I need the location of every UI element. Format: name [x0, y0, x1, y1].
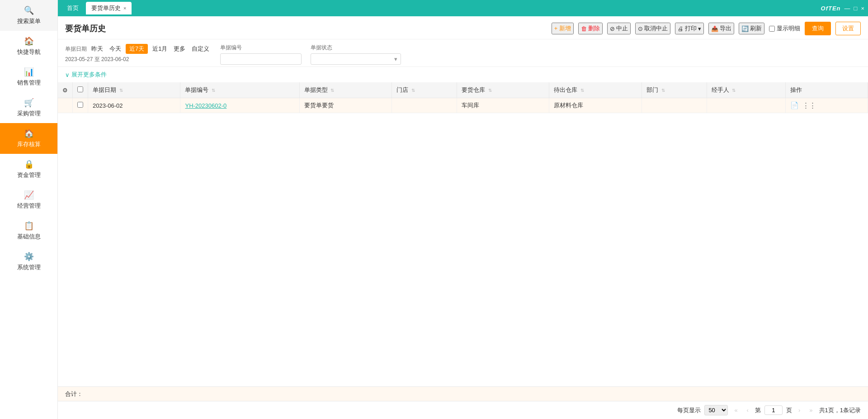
cell-pending-warehouse: 原材料仓库 — [549, 98, 642, 113]
table-body: 2023-06-02 YH-20230602-0 要货单要货 车间库 — [58, 98, 868, 113]
date-shortcut-yesterday[interactable]: 昨天 — [90, 44, 105, 54]
header-actions: + 新增 🗑 删除 ⊘ 中止 ⊙ 取消中止 🖨 打印 ▾ — [552, 22, 861, 35]
sort-store-icon: ⇅ — [411, 88, 415, 93]
cell-store — [392, 98, 457, 113]
page-unit: 页 — [786, 406, 792, 414]
more-icon[interactable]: ⋮⋮ — [802, 101, 816, 110]
date-filter-group: 单据日期 昨天 今天 近7天 近1月 更多 自定义 2023-05-27 至 2… — [65, 44, 211, 63]
delete-button[interactable]: 🗑 删除 — [578, 23, 603, 34]
tab-close-icon[interactable]: × — [123, 5, 126, 11]
th-req-warehouse[interactable]: 要货仓库 ⇅ — [457, 82, 549, 98]
export-icon: 📤 — [711, 25, 718, 32]
order-no-label: 单据编号 — [220, 44, 302, 52]
sidebar-item-system[interactable]: ⚙️ 系统管理 — [0, 246, 57, 277]
th-pending-warehouse[interactable]: 待出仓库 ⇅ — [549, 82, 642, 98]
th-department[interactable]: 部门 ⇅ — [642, 82, 707, 98]
sort-orderno-icon: ⇅ — [212, 88, 215, 93]
th-store[interactable]: 门店 ⇅ — [392, 82, 457, 98]
sidebar-item-operations[interactable]: 📈 经营管理 — [0, 185, 57, 215]
cancel-stop-button[interactable]: ⊙ 取消中止 — [635, 23, 670, 34]
refresh-button[interactable]: 🔄 刷新 — [739, 23, 764, 34]
row-checkbox[interactable] — [77, 102, 83, 108]
print-button[interactable]: 🖨 打印 ▾ — [675, 23, 704, 34]
prev-page-button[interactable]: ‹ — [744, 406, 751, 414]
date-shortcut-1month[interactable]: 近1月 — [151, 44, 169, 54]
sidebar-item-basic-info[interactable]: 📋 基础信息 — [0, 215, 57, 246]
date-shortcut-more[interactable]: 更多 — [172, 44, 187, 54]
new-button[interactable]: + 新增 — [552, 23, 574, 34]
operations-icon: 📈 — [24, 190, 34, 200]
pagination: 每页显示 10 20 50 100 « ‹ 第 页 › » 共1页，1条记录 — [58, 401, 868, 419]
date-range-row: 2023-05-27 至 2023-06-02 — [65, 56, 211, 63]
first-page-button[interactable]: « — [731, 406, 740, 414]
th-date[interactable]: 单据日期 ⇅ — [88, 82, 180, 98]
order-no-link[interactable]: YH-20230602-0 — [185, 102, 226, 109]
date-shortcut-7days[interactable]: 近7天 — [126, 44, 148, 54]
date-shortcut-today[interactable]: 今天 — [108, 44, 123, 54]
cell-handler — [707, 98, 785, 113]
query-button[interactable]: 查询 — [805, 22, 831, 35]
cell-date: 2023-06-02 — [88, 98, 180, 113]
th-handler[interactable]: 经手人 ⇅ — [707, 82, 785, 98]
date-shortcut-custom[interactable]: 自定义 — [190, 44, 211, 54]
cell-checkbox — [73, 98, 88, 113]
th-order-no[interactable]: 单据编号 ⇅ — [180, 82, 299, 98]
last-page-button[interactable]: » — [807, 406, 815, 414]
th-checkbox — [73, 82, 88, 98]
th-order-type[interactable]: 单据类型 ⇅ — [299, 82, 392, 98]
date-range-value: 2023-05-27 至 2023-06-02 — [65, 56, 129, 63]
brand-label: OfTEn — [821, 5, 841, 12]
stop-button[interactable]: ⊘ 中止 — [607, 23, 631, 34]
op-icons: 📄 ⋮⋮ — [790, 101, 863, 110]
per-page-select[interactable]: 10 20 50 100 — [704, 405, 728, 415]
page-number-input[interactable] — [764, 405, 783, 415]
print-icon: 🖨 — [678, 25, 684, 32]
tab-bar: 首页 要货单历史 × OfTEn — □ × — [58, 0, 868, 16]
sidebar-item-finance[interactable]: 🔒 资金管理 — [0, 154, 57, 185]
edit-icon[interactable]: 📄 — [790, 101, 799, 110]
page-title: 要货单历史 — [65, 23, 106, 34]
date-label-row: 单据日期 昨天 今天 近7天 近1月 更多 自定义 — [65, 44, 211, 54]
date-filter-label: 单据日期 — [65, 45, 87, 53]
expand-more-button[interactable]: ∨ 展开更多条件 — [58, 71, 868, 82]
tab-active[interactable]: 要货单历史 × — [86, 2, 132, 14]
cell-settings — [58, 98, 73, 113]
sort-pendingwarehouse-icon: ⇅ — [580, 88, 584, 93]
sidebar-item-sales[interactable]: 📊 销售管理 — [0, 62, 57, 92]
maximize-button[interactable]: □ — [854, 5, 858, 12]
content-area: 要货单历史 + 新增 🗑 删除 ⊘ 中止 ⊙ 取消中止 🖨 打印 — [58, 16, 868, 419]
next-page-button[interactable]: › — [796, 406, 803, 414]
status-select-wrap: ▾ — [311, 53, 401, 65]
order-no-filter-group: 单据编号 — [220, 44, 302, 65]
home-icon: 🏠 — [24, 36, 34, 46]
tab-home[interactable]: 首页 — [61, 2, 84, 14]
order-no-input[interactable] — [220, 53, 302, 65]
th-settings: ⚙ — [58, 82, 73, 98]
page-header: 要货单历史 + 新增 🗑 删除 ⊘ 中止 ⊙ 取消中止 🖨 打印 — [58, 16, 868, 39]
sidebar-item-inventory[interactable]: 🏠 库存核算 — [0, 123, 57, 154]
search-menu-icon: 🔍 — [24, 5, 34, 15]
table-row: 2023-06-02 YH-20230602-0 要货单要货 车间库 — [58, 98, 868, 113]
cancel-stop-icon: ⊙ — [638, 25, 643, 32]
settings-button[interactable]: 设置 — [835, 22, 861, 35]
table-header-row: ⚙ 单据日期 ⇅ 单据编号 ⇅ — [58, 82, 868, 98]
select-all-checkbox[interactable] — [77, 86, 83, 92]
filter-area: 单据日期 昨天 今天 近7天 近1月 更多 自定义 2023-05-27 至 2… — [58, 39, 868, 67]
sidebar-item-search[interactable]: 🔍 搜索菜单 — [0, 0, 57, 31]
footer-summary: 合计： — [58, 386, 868, 401]
sidebar-item-quicknav[interactable]: 🏠 快捷导航 — [0, 31, 57, 62]
sidebar-item-purchase[interactable]: 🛒 采购管理 — [0, 92, 57, 123]
stop-icon: ⊘ — [610, 25, 615, 32]
cell-req-warehouse: 车间库 — [457, 98, 549, 113]
show-detail-checkbox[interactable]: 显示明细 — [769, 24, 800, 33]
show-detail-input[interactable] — [769, 26, 775, 32]
minimize-button[interactable]: — — [844, 5, 850, 12]
goto-label: 第 — [755, 406, 761, 414]
per-page-label: 每页显示 — [677, 406, 701, 414]
status-select[interactable] — [311, 53, 401, 65]
export-button[interactable]: 📤 导出 — [708, 23, 734, 34]
close-button[interactable]: × — [861, 5, 864, 12]
refresh-icon: 🔄 — [741, 25, 749, 32]
cell-department — [642, 98, 707, 113]
settings-col-icon[interactable]: ⚙ — [62, 87, 68, 94]
